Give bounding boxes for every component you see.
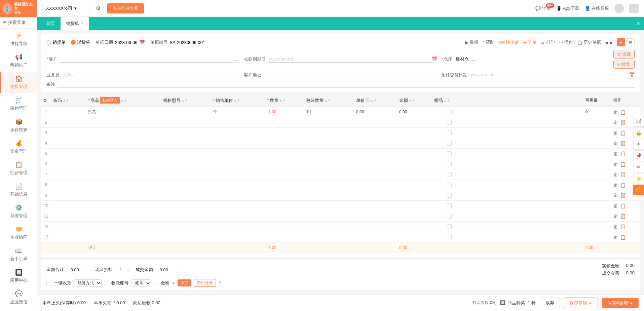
- row-product[interactable]: 拆货: [86, 107, 161, 117]
- row-gift[interactable]: [432, 107, 467, 117]
- delete-icon[interactable]: 🗑: [613, 130, 618, 135]
- message-btn[interactable]: 💬 消息 99+: [535, 5, 551, 11]
- video-btn[interactable]: ▶视频: [465, 39, 478, 45]
- copy-icon[interactable]: 📋: [620, 130, 626, 135]
- copy-icon[interactable]: 📋: [620, 161, 626, 167]
- sidebar-item-member[interactable]: ✦ 畅会员: [0, 308, 37, 311]
- sidebar-item-guide[interactable]: 📖 新手引导: [0, 244, 37, 265]
- sidebar-item-marketing[interactable]: 📢 营销推广: [0, 50, 37, 72]
- gift-checkbox[interactable]: [447, 193, 452, 198]
- pay-checkbox[interactable]: [46, 281, 51, 285]
- total-owe-help-icon[interactable]: ?: [113, 300, 115, 305]
- sidebar-item-quick-nav[interactable]: ⚡ 快捷导航: [0, 29, 37, 50]
- logistics-button[interactable]: + 物流: [613, 60, 635, 69]
- user-avatar[interactable]: [614, 4, 624, 13]
- row-amount[interactable]: 0.00: [397, 107, 432, 117]
- delete-icon[interactable]: 🗑: [613, 213, 618, 219]
- gift-checkbox[interactable]: [447, 235, 452, 239]
- copy-icon[interactable]: 📋: [620, 151, 626, 156]
- action-btn[interactable]: ⋯操作: [559, 39, 573, 45]
- gift-checkbox[interactable]: [447, 172, 452, 177]
- delete-icon[interactable]: 🗑: [613, 234, 618, 240]
- radio-sales[interactable]: 销货单: [46, 39, 66, 45]
- sidebar-item-appstore[interactable]: 🔲 应用中心: [0, 265, 37, 287]
- copy-icon[interactable]: 📋: [620, 182, 626, 188]
- warehouse-more-icon[interactable]: …: [470, 56, 478, 62]
- sidebar-item-system[interactable]: ⚙️ 系统管理: [0, 201, 37, 222]
- gift-checkbox[interactable]: [447, 203, 452, 208]
- save-new-button[interactable]: 保存&新增 ▲: [602, 298, 639, 308]
- copy-icon[interactable]: 📋: [620, 203, 626, 208]
- sidebar-item-finance[interactable]: 💰 资金管理: [0, 136, 37, 158]
- copy-icon[interactable]: 📋: [620, 234, 626, 240]
- customer-input[interactable]: [60, 56, 232, 63]
- salesperson-wrapper[interactable]: …: [62, 71, 240, 78]
- gift-checkbox[interactable]: [447, 120, 452, 125]
- gift-checkbox[interactable]: [447, 224, 452, 229]
- gift-checkbox[interactable]: [447, 141, 452, 146]
- online-service-btn[interactable]: 👤 在线客服: [585, 5, 609, 11]
- customer-input-wrapper[interactable]: …: [60, 56, 240, 63]
- company-selector[interactable]: XXXXXX公司 ▾: [42, 4, 89, 13]
- history-btn[interactable]: 📋历史单据: [577, 39, 601, 45]
- help-btn[interactable]: ?帮助: [482, 39, 494, 45]
- discount-help-icon[interactable]: ?: [119, 267, 122, 272]
- sidebar-search[interactable]: ☰ 搜索菜单: [0, 17, 37, 29]
- float-btn-4[interactable]: 📌: [633, 150, 644, 161]
- due-date-calendar-icon[interactable]: 📅: [432, 56, 437, 62]
- delete-icon[interactable]: 🗑: [613, 120, 618, 125]
- row-spec[interactable]: [161, 107, 211, 117]
- delete-icon[interactable]: 🗑: [613, 182, 618, 188]
- tab-close-icon[interactable]: ×: [81, 21, 83, 26]
- list-view-btn[interactable]: ≡: [617, 38, 625, 46]
- copy-icon[interactable]: 📋: [620, 120, 626, 125]
- scan-barcode-button[interactable]: 扫码录入: [100, 97, 120, 104]
- row-barcode[interactable]: [51, 107, 86, 117]
- print-btn[interactable]: 🖨打印: [541, 39, 555, 45]
- copy-icon[interactable]: 📋: [620, 224, 626, 229]
- float-btn-2[interactable]: 🔒: [633, 127, 644, 138]
- method-more-icon[interactable]: …: [104, 280, 109, 285]
- date-calendar-icon[interactable]: 📅: [140, 40, 145, 45]
- user-menu[interactable]: [629, 4, 639, 13]
- save-draft-button[interactable]: 保存草稿 ▲: [564, 298, 598, 308]
- tab-home[interactable]: 首页: [41, 17, 61, 30]
- expected-date-wrapper[interactable]: 📅: [469, 71, 635, 78]
- shortcut-btn[interactable]: ⌨快捷键: [498, 39, 519, 45]
- row-qty[interactable]: -1.00: [265, 107, 304, 117]
- copy-icon[interactable]: 📋: [620, 141, 626, 146]
- tabbar-close-icon[interactable]: ×: [636, 20, 640, 27]
- expense-help-icon[interactable]: ?: [219, 280, 221, 285]
- account-select[interactable]: 账号: [131, 279, 151, 287]
- delete-icon[interactable]: 🗑: [613, 193, 618, 198]
- warehouse-wrapper[interactable]: 建材仓 …: [454, 55, 609, 63]
- sidebar-item-purchase[interactable]: 🛒 采购管理: [0, 93, 37, 115]
- due-date-wrapper[interactable]: 📅: [268, 56, 437, 63]
- radio-return[interactable]: 退货单: [71, 39, 90, 45]
- tab-sales-order[interactable]: 销货单 ×: [61, 17, 89, 30]
- sidebar-item-wechat[interactable]: 💬 企业微信: [0, 287, 37, 308]
- sidebar-item-basic[interactable]: 📄 基础信息: [0, 179, 37, 201]
- float-btn-5[interactable]: ✏: [633, 162, 644, 172]
- delete-icon[interactable]: 🗑: [613, 141, 618, 146]
- method-select[interactable]: 结算方式: [74, 279, 102, 287]
- row-pkg[interactable]: 1个: [304, 107, 354, 117]
- add-row-icon[interactable]: ●: [172, 280, 175, 285]
- gift-checkbox[interactable]: [447, 110, 452, 114]
- sidebar-item-inventory[interactable]: 📦 库存核算: [0, 115, 37, 136]
- row-price[interactable]: 0.00: [354, 107, 397, 117]
- customer-addr-more-icon[interactable]: …: [429, 72, 437, 78]
- float-btn-6[interactable]: ⭐: [633, 173, 644, 184]
- expected-date-calendar-icon[interactable]: 📅: [629, 72, 635, 77]
- row-unit[interactable]: 个: [211, 107, 265, 117]
- price-info-icon[interactable]: ⓘ: [366, 98, 370, 103]
- next-icon[interactable]: ▶: [610, 40, 613, 45]
- gift-checkbox[interactable]: [447, 183, 452, 187]
- delete-icon[interactable]: 🗑: [613, 151, 618, 156]
- gift-checkbox[interactable]: [447, 151, 452, 156]
- float-btn-1[interactable]: 📝: [633, 116, 644, 127]
- sidebar-item-sales[interactable]: 🏠 销售管理: [0, 72, 37, 93]
- salesperson-input[interactable]: [62, 71, 232, 78]
- copy-icon[interactable]: 📋: [620, 193, 626, 198]
- app-download-btn[interactable]: 📱 App下载: [556, 5, 579, 11]
